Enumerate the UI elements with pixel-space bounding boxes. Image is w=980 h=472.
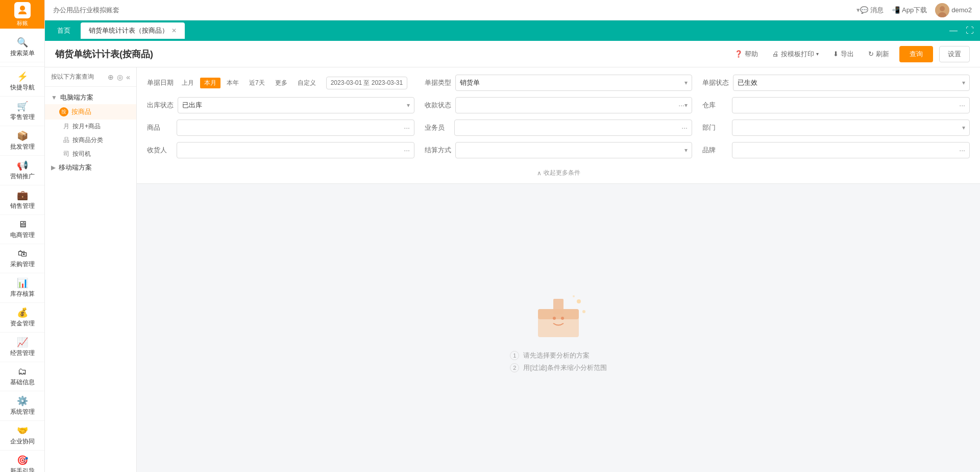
content-area: 销货单统计计表(按商品) ❓ 帮助 🖨 按模板打印 ▾ ⬇ 导出 ↻ 刷新: [45, 41, 980, 472]
scheme-sub-item-month-goods[interactable]: 月 按月+商品: [45, 120, 136, 133]
payment-status-control[interactable]: ··· ▾: [455, 97, 692, 113]
sidebar-item-finance[interactable]: 💰 资金管理: [0, 303, 44, 333]
status-control[interactable]: 已生效 ▾: [733, 75, 970, 91]
sidebar-item-ecommerce[interactable]: 🖥 电商管理: [0, 215, 44, 244]
dept-label: 部门: [702, 123, 728, 132]
scheme-sidebar: 按以下方案查询 ⊕ ◎ « ▼ 电脑端方案 按 按商品: [45, 67, 137, 472]
date-tab-7days[interactable]: 近7天: [245, 78, 269, 88]
scheme-group-mobile[interactable]: ▶ 移动端方案: [45, 161, 136, 174]
collapse-up-icon: ∧: [537, 170, 542, 177]
tab-expand-icon[interactable]: ⛶: [964, 24, 976, 37]
staff-label: 业务员: [425, 123, 450, 132]
scheme-settings-icon[interactable]: ◎: [117, 73, 123, 81]
query-btn[interactable]: 查询: [899, 46, 933, 62]
scheme-collapse-icon[interactable]: «: [126, 73, 130, 81]
scheme-sub-item-driver[interactable]: 司 按司机: [45, 147, 136, 161]
sidebar-item-sales[interactable]: 💼 销售管理: [0, 185, 44, 215]
svg-point-2: [940, 6, 945, 11]
sub-item-icon-month: 月: [63, 122, 69, 131]
brand-dots-icon: ···: [959, 146, 965, 154]
storage-control[interactable]: ···: [732, 97, 970, 113]
sidebar-item-marketing[interactable]: 📢 营销推广: [0, 156, 44, 185]
date-filter: 上月 本月 本年 近7天 更多 自定义 2023-03-01 至 2023-03…: [178, 77, 414, 89]
date-tabs: 上月 本月 本年 近7天 更多 自定义: [178, 78, 320, 88]
top-bar: 办公用品行业模拟账套 ▾ 💬 消息 📲 App下载 demo2: [45, 0, 980, 20]
filter-item-storage: 仓库 ···: [702, 97, 970, 113]
sidebar-item-wholesale[interactable]: 📦 批发管理: [0, 126, 44, 156]
username: demo2: [951, 6, 972, 14]
scheme-group-desktop[interactable]: ▼ 电脑端方案: [45, 91, 136, 104]
date-range-display[interactable]: 2023-03-01 至 2023-03-31: [326, 77, 407, 89]
status-label: 单据状态: [702, 78, 729, 87]
scheme-tree: ▼ 电脑端方案 按 按商品 月 按月+商品 品 按商品分类: [45, 87, 136, 178]
sidebar-item-inventory[interactable]: 📊 库存核算: [0, 273, 44, 303]
export-btn[interactable]: ⬇ 导出: [829, 48, 858, 61]
empty-illustration: [528, 284, 589, 345]
sidebar-item-operations[interactable]: 📈 经营管理: [0, 333, 44, 362]
staff-control[interactable]: ···: [454, 120, 692, 136]
staff-dots-icon: ···: [681, 124, 688, 132]
sidebar-item-newbie[interactable]: 🎯 新手引导: [0, 451, 44, 472]
date-tab-custom[interactable]: 自定义: [293, 78, 320, 88]
sidebar-item-quick-nav[interactable]: ⚡ 快捷导航: [0, 67, 44, 97]
print-btn[interactable]: 🖨 按模板打印 ▾: [768, 48, 823, 61]
tab-minimize-icon[interactable]: —: [947, 24, 960, 37]
finance-icon: 💰: [17, 307, 28, 318]
page-actions: ❓ 帮助 🖨 按模板打印 ▾ ⬇ 导出 ↻ 刷新 查询 设置: [730, 46, 970, 62]
filter-item-payment-status: 收款状态 ··· ▾: [425, 97, 692, 113]
sidebar-item-system[interactable]: ⚙️ 系统管理: [0, 391, 44, 421]
payment-status-label: 收款状态: [425, 101, 451, 110]
refresh-btn[interactable]: ↻ 刷新: [864, 48, 893, 61]
scheme-sub-item-goods-category[interactable]: 品 按商品分类: [45, 133, 136, 147]
group-expand-icon: ▼: [51, 94, 57, 101]
sidebar-item-purchase[interactable]: 🛍 采购管理: [0, 244, 44, 273]
user-profile-btn[interactable]: demo2: [935, 3, 972, 17]
operations-icon: 📈: [17, 337, 28, 348]
sidebar-item-enterprise[interactable]: 🤝 企业协同: [0, 421, 44, 451]
step-2-num: 2: [510, 363, 519, 372]
sidebar-item-basic[interactable]: 🗂 基础信息: [0, 362, 44, 391]
top-bar-actions: 💬 消息 📲 App下载 demo2: [860, 3, 972, 17]
tab-close-icon[interactable]: ✕: [172, 27, 177, 34]
svg-point-8: [561, 317, 564, 320]
tab-sales-stats[interactable]: 销货单统计计表（按商品） ✕: [81, 22, 185, 39]
sales-icon: 💼: [17, 190, 28, 201]
scheme-item-by-goods[interactable]: 按 按商品: [45, 104, 136, 120]
svg-point-10: [582, 310, 585, 313]
warehouse-status-label: 出库状态: [147, 101, 174, 110]
avatar: [935, 3, 949, 17]
type-control[interactable]: 销货单 ▾: [455, 75, 692, 91]
dropdown-arrow-icon[interactable]: ▾: [856, 6, 860, 14]
receiver-control[interactable]: ···: [177, 142, 414, 158]
export-icon: ⬇: [833, 50, 839, 58]
receiver-dots-icon: ···: [404, 146, 410, 154]
date-tab-more[interactable]: 更多: [271, 78, 291, 88]
empty-step-2: 2 用[过滤]条件来缩小分析范围: [510, 363, 606, 372]
sidebar-item-retail[interactable]: 🛒 零售管理: [0, 97, 44, 126]
scheme-header-label: 按以下方案查询: [51, 73, 94, 81]
left-sidebar: 标账 🔍 搜索菜单 ⚡ 快捷导航 🛒 零售管理 📦 批发管理 📢 营销推广 💼 …: [0, 0, 45, 472]
settings-btn[interactable]: 设置: [939, 46, 970, 62]
tab-home[interactable]: 首页: [49, 22, 79, 39]
sidebar-item-search[interactable]: 🔍 搜索菜单: [0, 33, 44, 62]
date-tab-this-month[interactable]: 本月: [200, 78, 220, 88]
step-1-text: 请先选择要分析的方案: [523, 351, 590, 360]
messages-btn[interactable]: 💬 消息: [860, 6, 884, 15]
app-download-btn[interactable]: 📲 App下载: [892, 6, 927, 15]
brand-control[interactable]: ···: [732, 142, 970, 158]
scheme-add-icon[interactable]: ⊕: [108, 73, 114, 81]
goods-control[interactable]: ···: [177, 120, 414, 136]
tab-bar: 首页 销货单统计计表（按商品） ✕ — ⛶: [45, 20, 980, 41]
warehouse-status-control[interactable]: 已出库 ▾: [178, 97, 414, 113]
collapse-btn[interactable]: ∧ 收起更多条件: [147, 164, 970, 181]
scheme-actions: ⊕ ◎ «: [108, 73, 130, 81]
warehouse-arrow-icon: ▾: [407, 102, 410, 109]
date-tab-this-year[interactable]: 本年: [223, 78, 243, 88]
dept-control[interactable]: ▾: [732, 120, 970, 136]
help-btn[interactable]: ❓ 帮助: [730, 48, 762, 61]
quick-nav-icon: ⚡: [17, 71, 28, 82]
payment-method-control[interactable]: ▾: [455, 142, 692, 158]
sub-item-icon-driver: 司: [63, 150, 69, 158]
type-label: 单据类型: [425, 78, 451, 87]
date-tab-last-month[interactable]: 上月: [178, 78, 198, 88]
